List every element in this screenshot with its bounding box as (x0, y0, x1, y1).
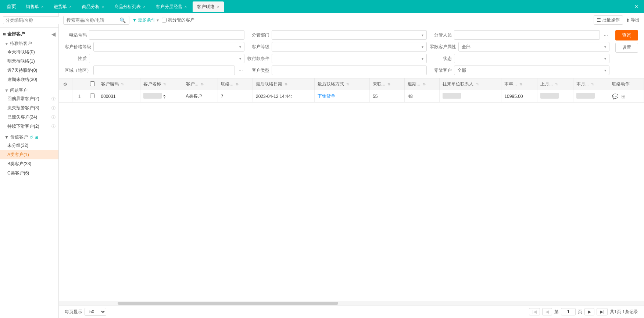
nature-select[interactable]: ▾ (89, 54, 244, 63)
repurchase-label: 回购异常客户(2) (7, 96, 39, 102)
col-contact-count-sort[interactable]: ⇅ (236, 82, 239, 86)
row-checkbox[interactable] (90, 93, 95, 98)
sidebar-all-customers[interactable]: ⊞ 全部客户 ◀ (0, 29, 58, 39)
pending-arrow: ▼ (4, 41, 9, 46)
col-this-year-label: 本年... (504, 81, 517, 86)
nav-tab-purchase[interactable]: 进货单 × (49, 1, 76, 12)
last-page-button[interactable]: ▶| (597, 308, 608, 315)
col-settings[interactable]: ⚙ (59, 78, 72, 90)
qr-icon[interactable]: ⊞ (621, 93, 626, 99)
sidebar-item-class-b[interactable]: B类客户(33) (0, 159, 58, 169)
customer-type-select[interactable] (272, 66, 427, 75)
chat-icon[interactable]: 💬 (612, 93, 618, 99)
col-overdue-sort[interactable]: ⇅ (423, 82, 426, 86)
price-grade-select[interactable]: ▾ (93, 42, 244, 52)
sidebar-item-class-a[interactable]: A类客户(1) (0, 150, 58, 159)
query-button[interactable]: 查询 (615, 30, 638, 40)
refresh-icon[interactable]: ↺ (29, 135, 33, 140)
toolbar-search-icon[interactable]: 🔍 (119, 17, 126, 23)
problem-customers-header[interactable]: ▼ 问题客户 (0, 86, 58, 94)
nav-tab-sales[interactable]: 销售单 × (21, 1, 48, 12)
col-checkbox-header[interactable] (87, 78, 98, 90)
sidebar: 🔍 ⊞ 全部客户 ◀ ▼ 待联络客户 今天待联络(0) 明天待联络(1) (0, 13, 59, 318)
row-contact-action: 💬 ⊞ (609, 90, 644, 103)
person-more-icon[interactable]: ··· (602, 32, 609, 38)
sidebar-search-input[interactable] (3, 16, 63, 24)
nav-tab-sales-label: 销售单 (26, 4, 39, 10)
my-customers-checkbox-label[interactable]: 我分管的客户 (162, 17, 194, 23)
nav-tab-goods-list-close[interactable]: × (143, 4, 145, 9)
settings-icon[interactable]: ⊞ (35, 135, 38, 140)
col-name-sort[interactable]: ⇅ (163, 82, 166, 86)
more-filter-button[interactable]: ▼ 更多条件 ▾ (132, 17, 159, 23)
pending-contact-header[interactable]: ▼ 待联络客户 (0, 39, 58, 47)
nav-tab-customer-contact-close[interactable]: × (217, 4, 219, 9)
sidebar-item-churned[interactable]: 已流失客户(24) ⓘ (0, 113, 58, 122)
customer-type-label: 客户类型 (247, 67, 269, 74)
export-button[interactable]: ⬆ 导出 (626, 17, 640, 23)
col-last-date-label: 最后联络日期 (256, 81, 282, 86)
payment-select[interactable]: ▾ (272, 54, 427, 63)
col-last-month-sort[interactable]: ⇅ (555, 82, 558, 86)
retail-customer-select[interactable]: 全部 ▾ (454, 66, 609, 75)
region-input[interactable] (93, 66, 235, 75)
col-type-sort[interactable]: ⇅ (201, 82, 204, 86)
row-last-method-link[interactable]: 下销货单 (318, 93, 335, 99)
row-name: ? (140, 90, 183, 103)
col-last-date-sort[interactable]: ⇅ (285, 82, 287, 86)
nav-tab-sales-close[interactable]: × (41, 4, 43, 9)
col-overdue-label: 逾期... (408, 81, 420, 86)
region-more-icon[interactable]: ··· (237, 67, 244, 73)
sidebar-item-churn-warning[interactable]: 流失预警客户(3) ⓘ (0, 103, 58, 113)
sidebar-item-declining[interactable]: 持续下滑客户(2) ⓘ (0, 122, 58, 131)
dept-select[interactable]: ▾ (272, 30, 427, 40)
window-close-button[interactable]: × (632, 3, 641, 10)
nav-tab-customer-tier[interactable]: 客户分层经营 × (151, 1, 191, 12)
customer-grade-select[interactable]: ▾ (272, 42, 427, 52)
nav-tab-goods-analysis[interactable]: 商品分析 × (78, 1, 108, 12)
pagination: |◀ ◀ 第 页 ▶ ▶| 共1页 1条记录 (529, 308, 638, 315)
nav-tab-purchase-close[interactable]: × (69, 4, 71, 9)
retail-attr-select[interactable]: 全部 ▾ (458, 42, 609, 52)
nav-tab-goods-list[interactable]: 商品分析列表 × (110, 1, 150, 12)
nav-home[interactable]: 首页 (3, 3, 20, 10)
filter-dept: 分管部门 ▾ (247, 30, 427, 40)
next-page-button[interactable]: ▶ (584, 308, 594, 315)
scrollbar-thumb[interactable] (118, 302, 338, 305)
select-all-checkbox[interactable] (90, 81, 95, 86)
status-select[interactable]: ▾ (454, 54, 609, 63)
sidebar-item-today[interactable]: 今天待联络(0) (0, 47, 58, 57)
main-layout: 🔍 ⊞ 全部客户 ◀ ▼ 待联络客户 今天待联络(0) 明天待联络(1) (0, 13, 644, 318)
toolbar-search-input[interactable] (67, 18, 118, 23)
first-page-button[interactable]: |◀ (529, 308, 540, 315)
person-input[interactable] (454, 30, 600, 40)
nav-tab-customer-tier-close[interactable]: × (185, 4, 187, 9)
col-this-month: 本月... ⇅ (573, 78, 609, 90)
prev-page-button[interactable]: ◀ (542, 308, 552, 315)
my-customers-checkbox[interactable] (162, 18, 167, 22)
col-code-sort[interactable]: ⇅ (121, 82, 124, 86)
sidebar-item-7days[interactable]: 近7天待联络(0) (0, 66, 58, 75)
sidebar-item-tomorrow[interactable]: 明天待联络(1) (0, 57, 58, 66)
page-size-select[interactable]: 50 20 100 (85, 308, 106, 316)
col-unit-contact-label: 往来单位联系人 (443, 81, 473, 86)
sidebar-item-unclassified[interactable]: 未分组(32) (0, 141, 58, 150)
filter-settings-button[interactable]: 设置 (615, 43, 638, 53)
nav-tab-goods-analysis-close[interactable]: × (102, 4, 104, 9)
table-settings-icon[interactable]: ⚙ (63, 82, 67, 87)
col-this-month-sort[interactable]: ⇅ (591, 82, 594, 86)
sidebar-item-class-c[interactable]: C类客户(6) (0, 169, 58, 178)
col-this-year-sort[interactable]: ⇅ (519, 82, 522, 86)
sidebar-item-repurchase-abnormal[interactable]: 回购异常客户(2) ⓘ (0, 94, 58, 103)
sidebar-item-overdue[interactable]: 逾期未联络(30) (0, 75, 58, 84)
phone-input[interactable] (89, 30, 244, 40)
batch-ops-button[interactable]: ☰ 批量操作 (594, 15, 623, 25)
row-last-month-masked (540, 93, 559, 99)
col-unit-contact-sort[interactable]: ⇅ (476, 82, 479, 86)
horizontal-scrollbar[interactable] (59, 301, 644, 305)
page-input[interactable] (561, 308, 576, 315)
nav-tab-customer-contact[interactable]: 客户联络 × (193, 1, 223, 12)
col-no-contact-sort[interactable]: ⇅ (387, 82, 390, 86)
col-last-method-sort[interactable]: ⇅ (346, 82, 349, 86)
collapse-icon[interactable]: ◀ (51, 31, 56, 37)
